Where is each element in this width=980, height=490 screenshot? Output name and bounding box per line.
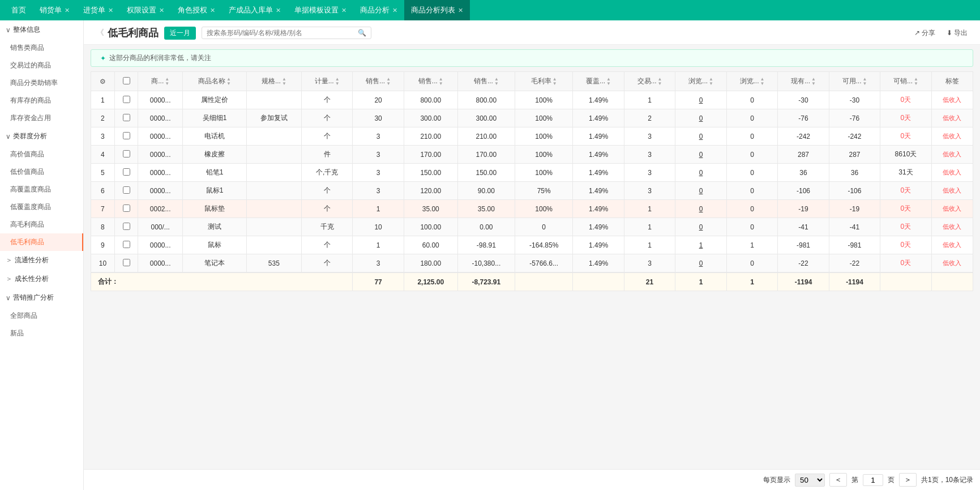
per-page-select[interactable]: 50 100 200: [795, 474, 825, 487]
expand-icon: ∨: [6, 133, 11, 140]
sidebar-item-high-value[interactable]: 高价值商品: [0, 146, 83, 163]
per-page-label: 每页显示: [763, 475, 790, 485]
sidebar-item-low-margin[interactable]: 低毛利商品: [0, 233, 83, 251]
trade-count-col-header[interactable]: 交易... ▲▼: [624, 72, 675, 91]
select-all-checkbox[interactable]: [123, 77, 130, 84]
row-trade-count: 3: [624, 146, 675, 164]
row-browse1[interactable]: 0: [675, 200, 726, 218]
sidebar-item-low-coverage[interactable]: 低覆盖度商品: [0, 198, 83, 216]
code-col-header[interactable]: 商... ▲▼: [138, 72, 183, 91]
tag-col-header[interactable]: 标签: [931, 72, 973, 91]
sidebar-item-high-margin[interactable]: 高毛利商品: [0, 216, 83, 233]
row-browse1[interactable]: 0: [675, 164, 726, 182]
row-sales-amt: 210.00: [404, 127, 457, 146]
row-browse1[interactable]: 0: [675, 218, 726, 236]
sidebar-item-sales-goods[interactable]: 销售类商品: [0, 39, 83, 57]
close-icon[interactable]: ✕: [341, 7, 346, 14]
nav-sales-order[interactable]: 销货单 ✕: [33, 0, 76, 20]
nav-product-analysis[interactable]: 商品分析 ✕: [353, 0, 404, 20]
row-checkbox[interactable]: [114, 109, 138, 127]
page-number-input[interactable]: [863, 474, 883, 486]
available-col-header[interactable]: 可用... ▲▼: [829, 72, 880, 91]
sidebar-section-flow[interactable]: ＞ 流通性分析: [0, 251, 83, 270]
export-button[interactable]: ⬇ 导出: [943, 27, 971, 40]
sidebar-item-new-products[interactable]: 新品: [0, 325, 83, 342]
nav-product-warehousing[interactable]: 产成品入库单 ✕: [222, 0, 288, 20]
search-icon[interactable]: 🔍: [358, 29, 366, 37]
nav-template-settings[interactable]: 单据模板设置 ✕: [288, 0, 353, 20]
close-icon[interactable]: ✕: [159, 7, 164, 14]
nav-product-analysis-list[interactable]: 商品分析列表 ✕: [404, 0, 470, 20]
search-input[interactable]: [207, 29, 358, 37]
nav-purchase-order[interactable]: 进货单 ✕: [76, 0, 120, 20]
close-icon[interactable]: ✕: [108, 7, 113, 14]
sellable-col-header[interactable]: 可销... ▲▼: [880, 72, 931, 91]
prev-page-button[interactable]: ＜: [829, 473, 847, 487]
gross-margin-col-header[interactable]: 毛利率 ▲▼: [515, 72, 573, 91]
sidebar-section-growth[interactable]: ＞ 成长性分析: [0, 270, 83, 288]
sidebar-item-traded-goods[interactable]: 交易过的商品: [0, 57, 83, 74]
row-browse1[interactable]: 0: [675, 109, 726, 127]
checkbox-col-header[interactable]: [114, 72, 138, 91]
close-icon[interactable]: ✕: [210, 7, 215, 14]
nav-role-auth[interactable]: 角色授权 ✕: [171, 0, 222, 20]
sidebar-section-marketing[interactable]: ∨ 营销推广分析: [0, 288, 83, 307]
row-gross-margin: -164.85%: [515, 236, 573, 254]
row-checkbox[interactable]: [114, 254, 138, 273]
sales-qty-col-header[interactable]: 销售... ▲▼: [353, 72, 404, 91]
sidebar-item-in-stock[interactable]: 有库存的商品: [0, 92, 83, 109]
row-spec: [246, 91, 301, 109]
filter-recent-month-button[interactable]: 近一月: [164, 27, 196, 40]
spec-col-header[interactable]: 规格... ▲▼: [246, 72, 301, 91]
row-checkbox[interactable]: [114, 164, 138, 182]
browse2-col-header[interactable]: 浏览... ▲▼: [726, 72, 777, 91]
row-browse1[interactable]: 0: [675, 254, 726, 273]
nav-home[interactable]: 首页: [5, 0, 33, 20]
row-sales-amt: 300.00: [404, 109, 457, 127]
row-sellable: 0天: [880, 91, 931, 109]
row-checkbox[interactable]: [114, 218, 138, 236]
row-sales-profit: -98.91: [457, 236, 515, 254]
row-browse1[interactable]: 0: [675, 182, 726, 200]
current-stock-col-header[interactable]: 现有... ▲▼: [778, 72, 829, 91]
unit-col-header[interactable]: 计量... ▲▼: [301, 72, 352, 91]
sidebar-item-stock-capital[interactable]: 库存资金占用: [0, 109, 83, 127]
sidebar-item-low-value[interactable]: 低价值商品: [0, 163, 83, 181]
row-checkbox[interactable]: [114, 200, 138, 218]
row-available: -30: [829, 91, 880, 109]
row-checkbox[interactable]: [114, 146, 138, 164]
browse1-col-header[interactable]: 浏览... ▲▼: [675, 72, 726, 91]
row-tag: 低收入: [931, 127, 973, 146]
row-checkbox[interactable]: [114, 127, 138, 146]
coverage-col-header[interactable]: 覆盖... ▲▼: [573, 72, 624, 91]
row-available: -981: [829, 236, 880, 254]
share-button[interactable]: ↗ 分享: [911, 27, 939, 40]
nav-permission-settings[interactable]: 权限设置 ✕: [120, 0, 171, 20]
row-browse1[interactable]: 1: [675, 236, 726, 254]
close-icon[interactable]: ✕: [65, 7, 70, 14]
settings-col-header[interactable]: ⚙: [91, 72, 115, 91]
row-available: 287: [829, 146, 880, 164]
close-icon[interactable]: ✕: [392, 7, 397, 14]
sidebar-item-high-coverage[interactable]: 高覆盖度商品: [0, 181, 83, 198]
sidebar-collapse-button[interactable]: 《: [93, 28, 108, 38]
close-icon[interactable]: ✕: [276, 7, 281, 14]
row-code: 0000...: [138, 254, 183, 273]
row-browse1[interactable]: 0: [675, 91, 726, 109]
row-name: 铅笔1: [183, 164, 247, 182]
sales-amt-col-header[interactable]: 销售... ▲▼: [404, 72, 457, 91]
row-checkbox[interactable]: [114, 91, 138, 109]
sidebar-item-category-rate[interactable]: 商品分类助销率: [0, 74, 83, 92]
name-col-header[interactable]: 商品名称 ▲▼: [183, 72, 247, 91]
row-browse1[interactable]: 0: [675, 146, 726, 164]
row-trade-count: 3: [624, 254, 675, 273]
sidebar-section-overall[interactable]: ∨ 整体信息: [0, 20, 83, 39]
next-page-button[interactable]: ＞: [899, 473, 917, 487]
sidebar-item-all-products[interactable]: 全部商品: [0, 307, 83, 325]
sales-profit-col-header[interactable]: 销售... ▲▼: [457, 72, 515, 91]
close-icon[interactable]: ✕: [458, 7, 463, 14]
sidebar-section-cluster[interactable]: ∨ 类群度分析: [0, 127, 83, 146]
row-checkbox[interactable]: [114, 182, 138, 200]
row-checkbox[interactable]: [114, 236, 138, 254]
row-browse1[interactable]: 0: [675, 127, 726, 146]
